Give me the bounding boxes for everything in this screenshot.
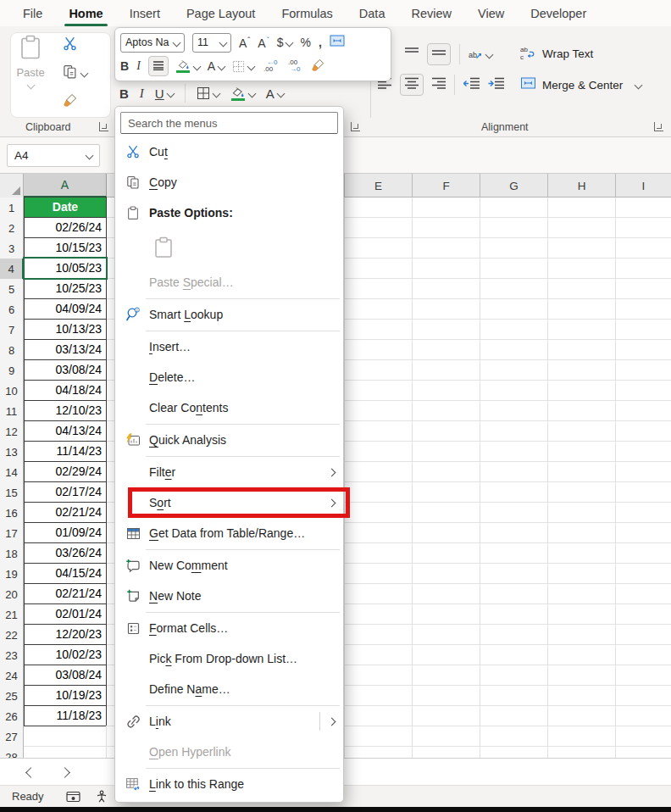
menu-item-link[interactable]: Link: [115, 706, 343, 737]
row-header-15[interactable]: 15: [0, 482, 24, 503]
name-box[interactable]: A4: [7, 144, 100, 167]
underline-dropdown-chevron-icon[interactable]: [166, 89, 175, 97]
merge-center-dropdown-chevron-icon[interactable]: [635, 81, 643, 89]
row-header-2[interactable]: 2: [0, 218, 24, 238]
cell-A18[interactable]: 03/26/24: [24, 542, 107, 564]
font-color-button[interactable]: A: [266, 86, 284, 101]
column-header-h[interactable]: H: [547, 174, 615, 197]
row-header-17[interactable]: 17: [0, 523, 24, 543]
cell-A3[interactable]: 10/15/23: [24, 237, 107, 259]
cell-A27[interactable]: [24, 726, 107, 747]
comma-style-button[interactable]: ,: [319, 36, 322, 49]
cell-A9[interactable]: 03/08/24: [24, 359, 107, 381]
column-header-a[interactable]: A: [24, 174, 107, 197]
cell-A19[interactable]: 04/15/24: [24, 563, 107, 584]
font-name-select[interactable]: Aptos Na: [120, 33, 185, 53]
cell-A5[interactable]: 10/25/23: [24, 278, 107, 299]
tab-view[interactable]: View: [472, 0, 510, 26]
row-header-9[interactable]: 9: [0, 360, 24, 381]
format-painter-button[interactable]: [63, 92, 79, 111]
row-header-20[interactable]: 20: [0, 584, 24, 604]
orientation-dropdown-chevron-icon[interactable]: [485, 50, 494, 58]
fill-color-button[interactable]: [230, 86, 255, 101]
row-header-27[interactable]: 27: [0, 726, 24, 747]
tab-page-layout[interactable]: Page Layout: [180, 0, 261, 26]
cell-A15[interactable]: 02/17/24: [24, 481, 107, 503]
row-header-21[interactable]: 21: [0, 604, 24, 625]
clipboard-dialog-launcher-icon[interactable]: [99, 122, 108, 131]
merge-center-mini-button[interactable]: [330, 35, 345, 50]
borders-button[interactable]: [197, 86, 219, 100]
format-painter-mini-button[interactable]: [311, 58, 326, 75]
cell-A23[interactable]: 10/02/23: [24, 644, 107, 665]
tab-developer[interactable]: Developer: [524, 0, 592, 26]
row-header-1[interactable]: 1: [0, 197, 24, 218]
copy-button[interactable]: [63, 64, 87, 82]
menu-item-get-data[interactable]: Get Data from Table/Range…: [115, 518, 343, 548]
next-sheet-arrow-icon[interactable]: [59, 767, 70, 778]
menu-item-link-to-range[interactable]: Link to this Range: [115, 769, 343, 799]
font-color-mini-button[interactable]: A: [208, 59, 225, 73]
bottom-border-button[interactable]: [148, 56, 169, 76]
select-all-corner[interactable]: [0, 174, 24, 197]
accessibility-checker-button[interactable]: [96, 790, 108, 803]
menu-item-delete[interactable]: Delete…: [115, 362, 343, 392]
cell-A8[interactable]: 03/13/24: [24, 339, 107, 360]
fill-color-mini-button[interactable]: [176, 59, 200, 73]
underline-button[interactable]: U: [155, 86, 174, 101]
italic-button[interactable]: I: [140, 86, 144, 101]
menu-item-cut[interactable]: Cut: [115, 136, 343, 167]
cut-button[interactable]: [63, 36, 77, 54]
row-header-25[interactable]: 25: [0, 686, 24, 706]
name-box-chevron-icon[interactable]: [86, 152, 94, 160]
cell-A28[interactable]: [24, 746, 107, 758]
column-header-g[interactable]: G: [480, 174, 547, 197]
row-header-26[interactable]: 26: [0, 706, 24, 726]
cell-A6[interactable]: 04/09/24: [24, 298, 107, 320]
font-color-dropdown-chevron-icon[interactable]: [276, 89, 285, 97]
menu-item-format-cells[interactable]: Format Cells…: [115, 613, 343, 643]
decrease-indent-button[interactable]: [463, 77, 480, 92]
tab-review[interactable]: Review: [405, 0, 458, 26]
paste-dropdown-chevron-icon[interactable]: [26, 81, 35, 90]
tab-formulas[interactable]: Formulas: [275, 0, 338, 26]
borders-mini-button[interactable]: [232, 60, 254, 73]
row-header-16[interactable]: 16: [0, 503, 24, 523]
fill-color-dropdown-chevron-icon[interactable]: [247, 89, 256, 97]
tab-home[interactable]: Home: [63, 0, 108, 26]
cell-A20[interactable]: 02/21/24: [24, 583, 107, 604]
row-header-14[interactable]: 14: [0, 462, 24, 482]
previous-sheet-arrow-icon[interactable]: [25, 767, 36, 778]
decrease-decimal-button[interactable]: ←0.00: [262, 58, 279, 75]
tab-insert[interactable]: Insert: [124, 0, 166, 26]
cell-A24[interactable]: 03/08/24: [24, 665, 107, 686]
grow-font-button[interactable]: Aˆ: [239, 36, 250, 50]
cell-A7[interactable]: 10/13/23: [24, 319, 107, 340]
wrap-text-button[interactable]: abc Wrap Text: [520, 45, 593, 63]
font-dialog-launcher-icon[interactable]: [351, 122, 360, 131]
row-header-24[interactable]: 24: [0, 665, 24, 686]
menu-search-input[interactable]: [120, 112, 338, 134]
orientation-button[interactable]: ab: [469, 47, 492, 61]
percent-style-button[interactable]: %: [300, 36, 310, 49]
bold-button[interactable]: B: [119, 86, 129, 101]
tab-data[interactable]: Data: [353, 0, 391, 26]
align-center-button[interactable]: [400, 74, 424, 96]
cell-A25[interactable]: 10/19/23: [24, 685, 107, 706]
row-header-22[interactable]: 22: [0, 625, 24, 645]
row-header-4[interactable]: 4: [0, 259, 24, 279]
row-header-11[interactable]: 11: [0, 401, 24, 421]
row-header-3[interactable]: 3: [0, 238, 24, 259]
row-header-7[interactable]: 7: [0, 320, 24, 340]
cell-A4[interactable]: 10/05/23: [24, 258, 107, 279]
menu-item-smart-lookup[interactable]: iSmart Lookup: [115, 299, 343, 330]
cell-A14[interactable]: 02/29/24: [24, 461, 107, 482]
menu-item-quick-analysis[interactable]: Quick Analysis: [115, 425, 343, 455]
menu-item-clear-contents[interactable]: Clear Contents: [115, 392, 343, 423]
align-right-button[interactable]: [432, 77, 446, 92]
row-header-10[interactable]: 10: [0, 381, 24, 401]
menu-item-paste-options[interactable]: Paste Options:: [115, 197, 343, 228]
menu-item-define-name[interactable]: Define Name…: [115, 674, 343, 704]
column-header-e[interactable]: E: [344, 174, 412, 197]
row-header-28[interactable]: 28: [0, 747, 24, 758]
